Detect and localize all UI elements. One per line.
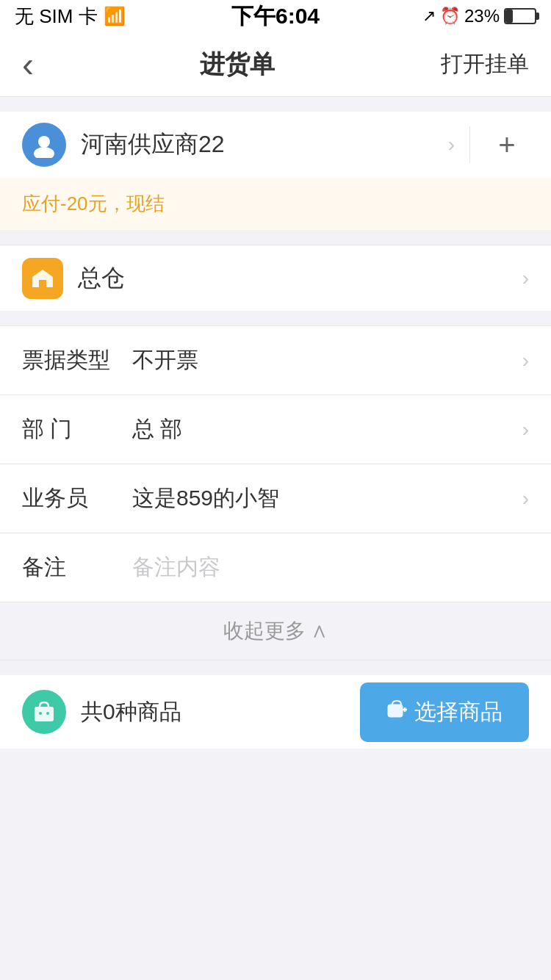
status-carrier: 无 SIM 卡 📶	[15, 4, 126, 29]
select-products-label: 选择商品	[414, 697, 503, 727]
status-right: ↗ ⏰ 23%	[422, 6, 536, 26]
status-bar: 无 SIM 卡 📶 下午6:04 ↗ ⏰ 23%	[0, 0, 551, 32]
select-btn-icon	[386, 699, 407, 725]
salesperson-chevron-icon: ›	[522, 487, 529, 511]
salesperson-label: 业务员	[22, 483, 118, 514]
department-label: 部 门	[22, 414, 118, 444]
notice-bar: 应付-20元，现结	[0, 178, 551, 230]
products-count: 共0种商品	[81, 697, 360, 727]
supplier-name: 河南供应商22	[81, 129, 441, 161]
salesperson-row[interactable]: 业务员 这是859的小智 ›	[0, 464, 551, 533]
section-divider-3	[0, 311, 551, 325]
open-pending-button[interactable]: 打开挂单	[441, 49, 529, 79]
invoice-type-label: 票据类型	[22, 345, 118, 375]
page-title: 进货单	[200, 48, 275, 82]
location-icon: ↗	[422, 7, 436, 26]
back-button[interactable]: ‹	[22, 44, 34, 84]
invoice-type-chevron-icon: ›	[522, 349, 529, 372]
invoice-type-row[interactable]: 票据类型 不开票 ›	[0, 325, 551, 394]
products-icon	[22, 690, 66, 734]
svg-point-0	[38, 136, 50, 148]
section-divider-1	[0, 97, 551, 112]
add-supplier-button[interactable]: +	[485, 123, 529, 167]
battery-percent: 23%	[464, 6, 500, 26]
supplier-divider	[469, 126, 470, 163]
remark-row[interactable]: 备注 备注内容	[0, 533, 551, 602]
svg-rect-7	[388, 705, 403, 717]
battery-icon	[504, 8, 536, 24]
collapse-label: 收起更多 ∧	[223, 617, 328, 645]
svg-point-6	[46, 712, 49, 715]
warehouse-chevron-icon: ›	[522, 267, 529, 290]
salesperson-value: 这是859的小智	[118, 483, 522, 514]
svg-point-5	[39, 712, 42, 715]
remark-input[interactable]: 备注内容	[118, 552, 529, 583]
form-section: 票据类型 不开票 › 部 门 总 部 › 业务员 这是859的小智 › 备注 备…	[0, 325, 551, 602]
supplier-row[interactable]: 河南供应商22 › +	[0, 112, 551, 178]
remark-label: 备注	[22, 552, 118, 583]
department-row[interactable]: 部 门 总 部 ›	[0, 394, 551, 464]
products-bar: 共0种商品 选择商品	[0, 675, 551, 749]
warehouse-name: 总仓	[78, 262, 515, 295]
section-divider-2	[0, 230, 551, 245]
alarm-icon: ⏰	[440, 7, 460, 26]
wifi-icon: 📶	[104, 6, 126, 26]
notice-text: 应付-20元，现结	[22, 192, 165, 215]
supplier-avatar	[22, 123, 66, 167]
department-chevron-icon: ›	[522, 418, 529, 442]
svg-rect-4	[35, 707, 54, 721]
status-time: 下午6:04	[231, 1, 320, 32]
warehouse-icon	[22, 258, 63, 299]
invoice-type-value: 不开票	[118, 345, 522, 375]
bottom-area	[0, 749, 551, 969]
supplier-chevron-icon: ›	[448, 133, 455, 156]
svg-point-1	[34, 147, 54, 158]
nav-bar: ‹ 进货单 打开挂单	[0, 32, 551, 97]
svg-rect-3	[39, 280, 46, 287]
collapse-button[interactable]: 收起更多 ∧	[0, 602, 551, 660]
supplier-section: 河南供应商22 › +	[0, 112, 551, 178]
select-products-button[interactable]: 选择商品	[360, 682, 529, 742]
department-value: 总 部	[118, 414, 522, 444]
warehouse-row[interactable]: 总仓 ›	[0, 245, 551, 311]
